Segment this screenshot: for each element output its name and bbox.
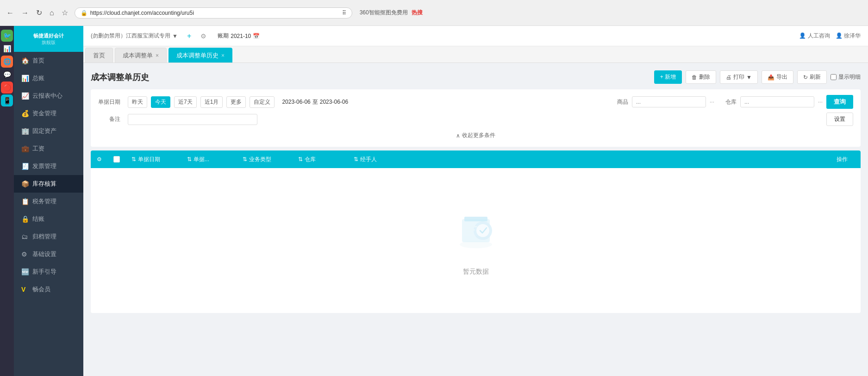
period-value: 2021-10: [231, 33, 251, 39]
star-button[interactable]: ☆: [59, 6, 71, 19]
tab-home[interactable]: 首页: [85, 48, 113, 63]
sidebar-item-archive[interactable]: 🗂 归档管理: [14, 228, 83, 245]
print-button[interactable]: 🖨 打印 ▼: [720, 70, 758, 84]
refresh-icon: ↻: [803, 74, 808, 81]
forward-button[interactable]: →: [19, 7, 31, 19]
app-icon-red[interactable]: 🔴: [1, 81, 13, 94]
warehouse-more-icon[interactable]: ···: [818, 99, 823, 105]
table-settings-icon: ⚙: [97, 156, 102, 163]
logo-sub: 旗舰版: [42, 39, 56, 46]
query-button[interactable]: 查询: [826, 95, 853, 109]
tab-cost-adjust-label: 成本调整单: [123, 51, 153, 60]
main-content: (勿删勿禁用）江西服宝测试专用 ▼ + ⚙ 账期 2021-10 📅 👤 人工咨…: [83, 26, 868, 376]
sidebar-item-invoice[interactable]: 🧾 发票管理: [14, 157, 83, 175]
empty-state: 暂元数据: [91, 168, 861, 313]
warehouse-filter-input[interactable]: [740, 96, 814, 107]
sidebar-item-settings[interactable]: ⚙ 基础设置: [14, 245, 83, 263]
app-icon-orange[interactable]: 🌐: [1, 56, 13, 68]
app-logo: 畅捷通好会计 旗舰版: [14, 26, 83, 52]
remark-input[interactable]: [128, 114, 257, 125]
assets-icon: 🏢: [21, 127, 29, 135]
table-col-operator[interactable]: ⇅ 经手人: [348, 156, 404, 163]
date-separator: 至: [312, 98, 318, 106]
close-period-icon: 🔒: [21, 215, 29, 223]
app-icon-active[interactable]: 🐦: [1, 30, 13, 42]
table-col-number[interactable]: ⇅ 单据...: [181, 156, 237, 163]
app-icon-green[interactable]: 📱: [1, 94, 13, 107]
company-dropdown-icon: ▼: [172, 33, 178, 39]
sidebar-item-report[interactable]: 📈 云报表中心: [14, 87, 83, 105]
avatar-icon: 👤: [836, 32, 843, 39]
sidebar-label-inventory: 库存核算: [32, 180, 56, 188]
goods-more-icon[interactable]: ···: [710, 99, 714, 105]
display-toggle[interactable]: 显示明细: [831, 73, 861, 81]
sidebar-item-assets[interactable]: 🏢 固定资产: [14, 122, 83, 140]
goods-filter-input[interactable]: [632, 96, 706, 107]
sidebar-label-close: 结账: [32, 215, 44, 223]
user-service-link[interactable]: 👤 人工咨询: [799, 32, 830, 40]
tab-cost-adjust[interactable]: 成本调整单 ×: [115, 48, 167, 63]
date-range-display: 2023-06-06 至 2023-06-06: [282, 98, 348, 106]
refresh-button[interactable]: ↻ 刷新: [797, 70, 827, 84]
collapse-button[interactable]: ∧ 收起更多条件: [98, 130, 853, 141]
sidebar-label-finance: 资金管理: [32, 109, 56, 118]
svg-rect-5: [466, 226, 477, 227]
service-label: 人工咨询: [808, 32, 830, 39]
export-button[interactable]: 📤 导出: [762, 70, 793, 84]
sidebar-item-ledger[interactable]: 📊 总账: [14, 69, 83, 87]
setting-button[interactable]: 设置: [826, 113, 853, 126]
settings-gear-icon[interactable]: ⚙: [200, 32, 206, 40]
date-btn-today[interactable]: 今天: [151, 96, 170, 108]
sidebar-item-salary[interactable]: 💼 工资: [14, 140, 83, 157]
app-icon-1[interactable]: 📊: [1, 43, 13, 55]
sidebar-label-ledger: 总账: [32, 74, 44, 82]
tab-cost-adjust-history-close[interactable]: ×: [221, 52, 225, 59]
svg-rect-6: [466, 229, 475, 231]
sidebar-item-close[interactable]: 🔒 结账: [14, 210, 83, 228]
sidebar-item-guide[interactable]: 🆕 新手引导: [14, 263, 83, 281]
date-btn-more[interactable]: 更多: [226, 96, 246, 108]
sidebar-item-member[interactable]: V 畅会员: [14, 281, 83, 298]
table-col-date[interactable]: ⇅ 单据日期: [126, 156, 181, 163]
sidebar-label-assets: 固定资产: [32, 127, 56, 135]
sidebar-item-finance[interactable]: 💰 资金管理: [14, 105, 83, 122]
tab-cost-adjust-history[interactable]: 成本调整单历史 ×: [169, 48, 232, 63]
table-col-warehouse[interactable]: ⇅ 仓库: [293, 156, 348, 163]
date-btn-1month[interactable]: 近1月: [200, 96, 223, 108]
add-company-button[interactable]: +: [181, 30, 197, 43]
export-label: 导出: [776, 73, 787, 81]
filter-row-date: 单据日期 昨天 今天 近7天 近1月 更多 自定义 2023-06-06 至 2…: [98, 95, 853, 109]
home-button[interactable]: ⌂: [47, 7, 57, 19]
table-settings-col[interactable]: ⚙: [91, 156, 107, 163]
sidebar-item-tax[interactable]: 📋 税务管理: [14, 193, 83, 210]
sidebar-item-inventory[interactable]: 📦 库存核算: [14, 175, 83, 193]
col-actions-label: 操作: [837, 156, 848, 163]
date-btn-yesterday[interactable]: 昨天: [128, 96, 147, 108]
app-container: 🐦 📊 🌐 💬 🔴 📱 畅捷通好会计 旗舰版 🏠 首页 📊 总账 📈 云报表中心…: [0, 26, 868, 376]
top-bar: (勿删勿禁用）江西服宝测试专用 ▼ + ⚙ 账期 2021-10 📅 👤 人工咨…: [83, 26, 868, 46]
browser-address-bar[interactable]: 🔒 https://cloud.chanjet.com/accounting/u…: [75, 7, 352, 19]
new-button[interactable]: + 新增: [654, 70, 682, 84]
back-button[interactable]: ←: [4, 7, 17, 19]
table-checkbox-col[interactable]: [107, 156, 126, 163]
sidebar-label-report: 云报表中心: [32, 92, 62, 100]
table-col-biztype[interactable]: ⇅ 业务类型: [237, 156, 293, 163]
app-icon-3[interactable]: 💬: [1, 69, 13, 81]
display-toggle-checkbox[interactable]: [831, 74, 837, 80]
table-col-actions: 操作: [824, 156, 861, 163]
logo-text: 畅捷通好会计: [33, 32, 64, 39]
refresh-button[interactable]: ↻: [33, 6, 45, 19]
delete-button[interactable]: 🗑 删除: [686, 70, 716, 84]
print-dropdown-icon: ▼: [746, 74, 752, 81]
table-select-all-checkbox[interactable]: [113, 156, 120, 163]
sidebar-item-home[interactable]: 🏠 首页: [14, 52, 83, 69]
sidebar-label-member: 畅会员: [32, 285, 50, 294]
tab-cost-adjust-close[interactable]: ×: [156, 52, 159, 59]
table-header: ⚙ ⇅ 单据日期 ⇅ 单据... ⇅ 业务类型: [91, 150, 861, 168]
date-btn-7days[interactable]: 近7天: [174, 96, 197, 108]
company-selector[interactable]: (勿删勿禁用）江西服宝测试专用 ▼: [91, 32, 178, 40]
period-selector[interactable]: 账期 2021-10 📅: [218, 32, 260, 40]
date-btn-custom[interactable]: 自定义: [250, 96, 275, 108]
company-name: (勿删勿禁用）江西服宝测试专用: [91, 32, 170, 40]
user-avatar[interactable]: 👤 徐泽华: [836, 32, 861, 40]
